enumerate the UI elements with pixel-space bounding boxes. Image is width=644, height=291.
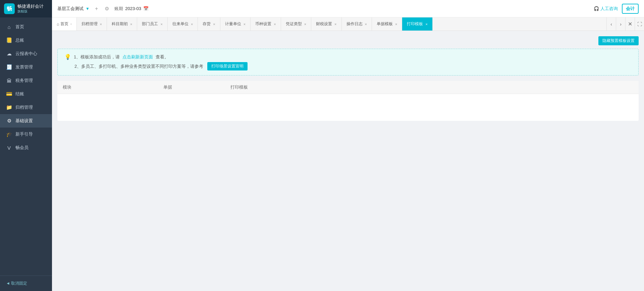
project-name: 基层工会测试 (57, 6, 84, 12)
reports-icon: ☁ (6, 51, 12, 57)
home-tab-label: 首页 (60, 21, 68, 27)
tab-label: 计量单位 (225, 21, 241, 27)
topbar-add-btn[interactable]: + (94, 4, 99, 13)
sidebar-label-archive: 归档管理 (15, 104, 33, 110)
tab-单据模板[interactable]: 单据模板× (372, 17, 402, 31)
tab-label: 归档管理 (82, 21, 98, 27)
sidebar-item-ledger[interactable]: 📒总账 (0, 34, 52, 47)
ledger-icon: 📒 (6, 37, 12, 43)
tab-币种设置[interactable]: 币种设置× (251, 17, 281, 31)
member-icon: V (6, 145, 12, 151)
period-label: 账期 (114, 6, 123, 12)
tab-label: 往来单位 (172, 21, 189, 27)
tab-计量单位[interactable]: 计量单位× (220, 17, 251, 31)
sidebar-menu: ⌂首页📒总账☁云报表中心🧾发票管理🏛税务管理💳结账📁归档管理⚙基础设置🎓新手引导… (0, 17, 52, 276)
tab-close-icon[interactable]: × (274, 22, 276, 26)
tab-财税设置[interactable]: 财税设置× (311, 17, 341, 31)
topbar: 基层工会测试 ▼ + ⚙ 账期 2023-03 📅 🎧 人工咨询 会计 (52, 0, 644, 17)
app-logo-text: 畅捷通好会计 旗舰版 (17, 4, 44, 14)
tab-close-icon[interactable]: × (334, 22, 336, 26)
tab-label: 部门员工 (142, 21, 158, 27)
sidebar-item-member[interactable]: V畅会员 (0, 141, 52, 154)
tab-label: 单据模板 (377, 21, 393, 27)
print-scene-btn[interactable]: 打印场景设置宣明 (207, 62, 248, 70)
tab-close-icon[interactable]: × (160, 22, 162, 26)
tab-label: 凭证类型 (286, 21, 302, 27)
tabs-nav-left[interactable]: ‹ (606, 17, 616, 31)
invoice-icon: 🧾 (6, 64, 12, 70)
topbar-right: 🎧 人工咨询 会计 (594, 4, 639, 14)
tax-icon: 🏛 (6, 78, 12, 84)
sidebar-label-checkout: 结账 (15, 91, 24, 97)
archive-icon: 📁 (6, 104, 12, 110)
kuaiji-button[interactable]: 会计 (622, 4, 639, 14)
col-template-header: 打印模板 (230, 84, 633, 90)
tab-打印模板[interactable]: 打印模板× (402, 17, 432, 31)
tab-label: 财税设置 (316, 21, 332, 27)
topbar-project[interactable]: 基层工会测试 ▼ (57, 6, 90, 12)
tab-往来单位[interactable]: 往来单位× (168, 17, 198, 31)
tab-label: 操作日志 (346, 21, 363, 27)
tabs-nav-right[interactable]: › (616, 17, 625, 31)
info-bulb-icon: 💡 (64, 54, 71, 60)
tab-操作日志[interactable]: 操作日志× (342, 17, 372, 31)
tab-close-icon[interactable]: × (191, 22, 193, 26)
col-voucher-header: 单据 (163, 84, 230, 90)
service-button[interactable]: 🎧 人工咨询 (594, 6, 618, 12)
tab-close-icon[interactable]: × (304, 22, 306, 26)
sidebar-item-archive[interactable]: 📁归档管理 (0, 101, 52, 114)
table-body (57, 94, 639, 121)
tab-部门员工[interactable]: 部门员工× (137, 17, 167, 31)
tab-close-icon[interactable]: × (100, 22, 102, 26)
tab-label: 科目期初 (112, 21, 128, 27)
info-box: 💡 1、模板添加成功后，请 点击刷新新页面 查看。 2、多员工、多打印机、多种业… (57, 49, 639, 76)
tab-close-icon[interactable]: × (365, 22, 367, 26)
topbar-gear-btn[interactable]: ⚙ (103, 4, 110, 13)
sidebar: 畅 畅捷通好会计 旗舰版 ⌂首页📒总账☁云报表中心🧾发票管理🏛税务管理💳结账📁归… (0, 0, 52, 291)
sidebar-label-tax: 税务管理 (15, 78, 33, 84)
hide-template-btn[interactable]: 隐藏预置模板设置 (598, 36, 639, 45)
tabs-bar: ⌂ 首页 ‹ 归档管理×科目期初×部门员工×往来单位×存货×计量单位×币种设置×… (52, 17, 644, 31)
sidebar-label-member: 畅会员 (15, 145, 29, 151)
table-header: 模块 单据 打印模板 (57, 81, 639, 94)
guide-icon: 🎓 (6, 131, 12, 137)
sidebar-item-home[interactable]: ⌂首页 (0, 20, 52, 34)
tabs-close-all[interactable]: ✕ (625, 17, 635, 31)
sidebar-label-home: 首页 (15, 24, 24, 30)
tabs-expand[interactable]: ⛶ (635, 17, 644, 31)
app-logo-icon: 畅 (4, 3, 15, 14)
home-icon: ⌂ (57, 22, 59, 27)
tab-凭证类型[interactable]: 凭证类型× (281, 17, 311, 31)
col-module-header: 模块 (63, 84, 163, 90)
tab-home[interactable]: ⌂ 首页 ‹ (52, 17, 77, 31)
content-area: 隐藏预置模板设置 💡 1、模板添加成功后，请 点击刷新新页面 查看。 2、多员工… (52, 31, 644, 291)
sidebar-item-checkout[interactable]: 💳结账 (0, 87, 52, 101)
tab-科目期初[interactable]: 科目期初× (107, 17, 137, 31)
tab-close-icon[interactable]: × (213, 22, 215, 26)
tab-归档管理[interactable]: 归档管理× (77, 17, 107, 31)
sidebar-label-guide: 新手引导 (15, 131, 33, 137)
sidebar-item-tax[interactable]: 🏛税务管理 (0, 74, 52, 87)
info-refresh-link[interactable]: 点击刷新新页面 (122, 54, 153, 60)
data-table: 模块 单据 打印模板 (57, 81, 639, 121)
sidebar-item-settings[interactable]: ⚙基础设置 (0, 114, 52, 128)
sidebar-logo: 畅 畅捷通好会计 旗舰版 (0, 0, 52, 17)
tab-close-icon[interactable]: × (395, 22, 397, 26)
sidebar-item-guide[interactable]: 🎓新手引导 (0, 128, 52, 141)
topbar-period: 账期 2023-03 📅 (114, 6, 149, 12)
sidebar-item-reports[interactable]: ☁云报表中心 (0, 47, 52, 60)
calendar-icon[interactable]: 📅 (143, 6, 149, 11)
sidebar-label-invoice: 发票管理 (15, 64, 33, 70)
sidebar-label-settings: 基础设置 (15, 118, 33, 124)
settings-icon: ⚙ (6, 118, 12, 124)
home-icon: ⌂ (6, 24, 12, 30)
sidebar-item-invoice[interactable]: 🧾发票管理 (0, 60, 52, 74)
sidebar-footer[interactable]: ◄ 取消固定 (0, 276, 52, 291)
tab-close-icon[interactable]: × (244, 22, 246, 26)
tab-close-icon[interactable]: × (130, 22, 132, 26)
headset-icon: 🎧 (594, 6, 599, 11)
tab-存货[interactable]: 存货× (198, 17, 220, 31)
tab-close-icon[interactable]: × (425, 22, 427, 26)
tab-label: 打印模板 (407, 21, 423, 27)
info-line2-text: 2、多员工、多打印机、多种业务类型设置不同打印方案等，请参考 (74, 63, 203, 69)
